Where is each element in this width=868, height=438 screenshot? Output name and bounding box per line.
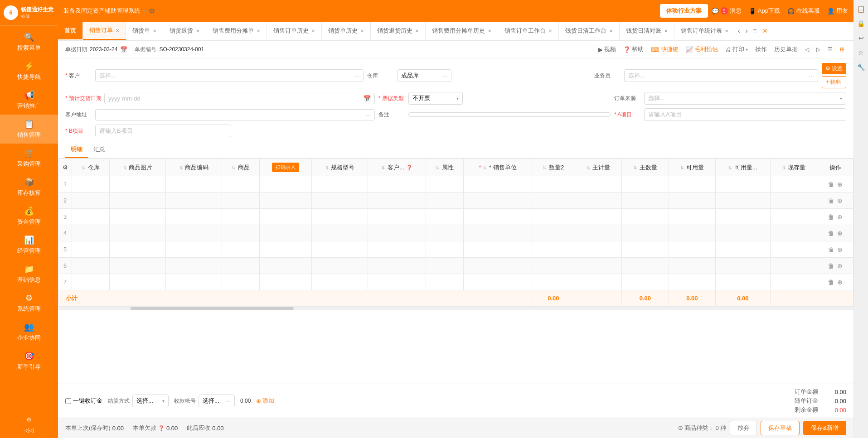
warehouse-input[interactable]: 成品库 ··· <box>397 69 451 82</box>
delivery-date-input[interactable]: yyyy-mm-dd 📅 <box>104 93 375 104</box>
row-customer-code-2[interactable] <box>368 193 426 209</box>
row-code-7[interactable] <box>165 274 222 290</box>
row-image-5[interactable] <box>109 241 165 258</box>
row-qty2-2[interactable] <box>532 193 575 209</box>
row-main-qty-1[interactable] <box>622 176 669 193</box>
row-scan-2[interactable] <box>259 193 311 209</box>
one-click-payment-checkbox[interactable]: 一键收订金 <box>65 397 102 405</box>
row-copy-btn-2[interactable]: ⊕ <box>837 197 843 204</box>
row-available2-2[interactable] <box>716 193 771 209</box>
save-new-button[interactable]: 保存&新增 <box>803 421 846 435</box>
operation-btn[interactable]: 操作 <box>753 44 769 54</box>
row-copy-btn-1[interactable]: ⊕ <box>837 181 843 188</box>
row-attribute-1[interactable] <box>426 176 463 193</box>
address-input[interactable]: ··· <box>95 109 375 120</box>
row-delete-btn-7[interactable]: 🗑 <box>828 279 834 286</box>
row-qty2-5[interactable] <box>532 241 575 258</box>
row-customer-code-4[interactable] <box>368 225 426 241</box>
row-unit-7[interactable] <box>463 274 532 290</box>
tab-detail[interactable]: 明细 <box>65 142 88 158</box>
row-unit-4[interactable] <box>463 225 532 241</box>
row-qty2-3[interactable] <box>532 209 575 225</box>
add-button[interactable]: ⊕ 添加 <box>256 397 274 405</box>
tab-sales-order-history[interactable]: 销售订单历史 ✕ <box>267 22 322 39</box>
row-unit-6[interactable] <box>463 258 532 274</box>
row-available-1[interactable] <box>669 176 715 193</box>
row-available2-5[interactable] <box>716 241 771 258</box>
sidebar-item-cooperation[interactable]: 👥 企业协同 <box>0 318 58 347</box>
right-panel-undo-icon[interactable]: ↩ <box>857 33 866 43</box>
history-btn[interactable]: 历史单据 <box>772 44 800 54</box>
solution-button[interactable]: 体验行业方案 <box>660 4 708 18</box>
sidebar-item-purchase[interactable]: 🛒 采购管理 <box>0 144 58 173</box>
row-qty2-7[interactable] <box>532 274 575 290</box>
row-code-4[interactable] <box>165 225 222 241</box>
sidebar-item-finance[interactable]: 💰 资金管理 <box>0 202 58 231</box>
row-available-4[interactable] <box>669 225 715 241</box>
row-warehouse-1[interactable] <box>72 176 110 193</box>
row-attribute-4[interactable] <box>426 225 463 241</box>
sidebar-item-quick-nav[interactable]: ⚡ 快捷导航 <box>0 57 58 86</box>
row-spec-4[interactable] <box>312 225 368 241</box>
row-warehouse-5[interactable] <box>72 241 110 258</box>
sidebar-item-search[interactable]: 🔍 搜索菜单 <box>0 28 58 57</box>
tab-sales-goods[interactable]: 销货单 ✕ <box>126 22 163 39</box>
toolbar-list-btn[interactable]: ☰ <box>826 45 834 53</box>
help-btn[interactable]: ❓ 帮助 <box>621 44 645 54</box>
tab-sales-workbench[interactable]: 销售订单工作台 ✕ <box>498 22 559 39</box>
tab-home[interactable]: 首页 <box>58 22 83 39</box>
row-available-7[interactable] <box>669 274 715 290</box>
row-qty2-1[interactable] <box>532 176 575 193</box>
user-icon-item[interactable]: 👤 用友 <box>827 7 848 15</box>
sidebar-item-inventory[interactable]: 📦 库存核算 <box>0 173 58 202</box>
toolbar-grid-btn[interactable]: ⊞ <box>838 45 846 53</box>
sidebar-settings-btn[interactable]: ⚙ <box>26 416 32 423</box>
row-product-1[interactable] <box>222 176 259 193</box>
payment-method-select[interactable]: 选择... ▾ <box>132 395 169 407</box>
row-image-4[interactable] <box>109 225 165 241</box>
shortcut-btn[interactable]: ⌨ 快捷键 <box>649 44 680 54</box>
row-warehouse-6[interactable] <box>72 258 110 274</box>
row-code-1[interactable] <box>165 176 222 193</box>
row-current-stock-2[interactable] <box>770 193 817 209</box>
save-draft-button[interactable]: 保存草稿 <box>761 421 800 435</box>
tab-prev-btn[interactable]: ‹ <box>735 24 743 38</box>
tab-summary[interactable]: 汇总 <box>88 142 111 158</box>
row-scan-3[interactable] <box>259 209 311 225</box>
row-available2-1[interactable] <box>716 176 771 193</box>
row-qty2-4[interactable] <box>532 225 575 241</box>
calendar-icon[interactable]: 📅 <box>120 46 127 53</box>
row-delete-btn-1[interactable]: 🗑 <box>828 181 834 188</box>
tab-sales-order[interactable]: 销售订单 ✕ <box>83 22 126 40</box>
row-scan-5[interactable] <box>259 241 311 258</box>
tab-close-sales-return-history[interactable]: ✕ <box>415 29 419 34</box>
scan-input-btn[interactable]: 扫码录入 <box>272 163 299 172</box>
col-settings[interactable]: ⚙ <box>58 159 72 176</box>
tab-close-sales-return[interactable]: ✕ <box>196 29 199 34</box>
right-panel-star-icon[interactable]: ☆ <box>856 47 866 58</box>
row-attribute-3[interactable] <box>426 209 463 225</box>
tab-close-sales-goods-history[interactable]: ✕ <box>360 29 364 34</box>
settings-button[interactable]: ⚙ 设置 <box>822 63 846 74</box>
row-attribute-5[interactable] <box>426 241 463 258</box>
row-current-stock-6[interactable] <box>770 258 817 274</box>
row-delete-btn-6[interactable]: 🗑 <box>828 262 834 270</box>
scrollbar-thumb[interactable] <box>131 307 294 310</box>
online-service-icon-item[interactable]: 🎧 在线客服 <box>787 7 820 15</box>
tab-sales-goods-history[interactable]: 销货单历史 ✕ <box>322 22 371 39</box>
row-main-qty-2[interactable] <box>622 193 669 209</box>
tab-close-cash-daily[interactable]: ✕ <box>609 29 613 34</box>
tab-close-sales-workbench[interactable]: ✕ <box>548 29 552 34</box>
tab-next-btn[interactable]: › <box>743 24 751 38</box>
row-main-unit-1[interactable] <box>575 176 621 193</box>
row-copy-btn-3[interactable]: ⊕ <box>837 213 843 221</box>
sidebar-item-guide[interactable]: 🎯 新手引导 <box>0 347 58 375</box>
row-product-4[interactable] <box>222 225 259 241</box>
row-warehouse-7[interactable] <box>72 274 110 290</box>
row-customer-code-1[interactable] <box>368 176 426 193</box>
row-spec-2[interactable] <box>312 193 368 209</box>
tab-sales-return-history[interactable]: 销货退货历史 ✕ <box>371 22 426 39</box>
row-copy-btn-5[interactable]: ⊕ <box>837 246 843 253</box>
discard-button[interactable]: 放弃 <box>730 421 757 435</box>
row-current-stock-3[interactable] <box>770 209 817 225</box>
